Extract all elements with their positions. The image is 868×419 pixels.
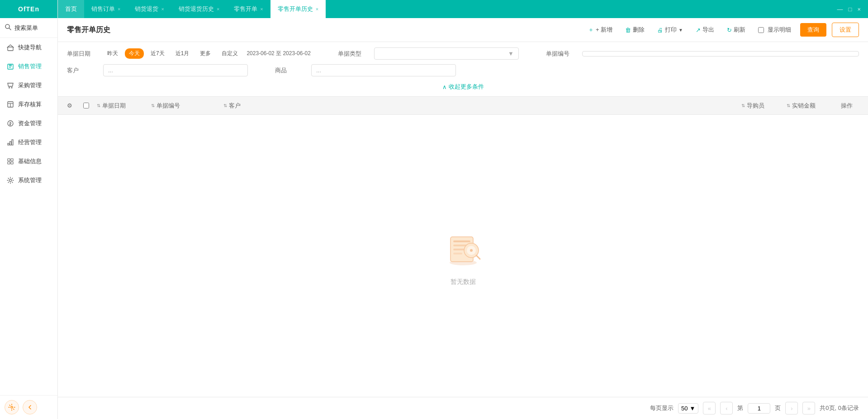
date-btn-yesterday[interactable]: 昨天 bbox=[103, 48, 122, 59]
th-no-sort-icon: ⇅ bbox=[151, 103, 155, 108]
svg-rect-17 bbox=[11, 159, 13, 161]
collapse-button[interactable]: ∧ 收起更多条件 bbox=[442, 83, 484, 91]
delete-button[interactable]: 🗑 删除 bbox=[621, 24, 648, 36]
select-all-checkbox[interactable] bbox=[83, 103, 89, 108]
table-select-all[interactable] bbox=[79, 103, 92, 108]
no-filter-label: 单据编号 bbox=[546, 50, 573, 58]
customer-filter-input[interactable]: ... bbox=[103, 64, 248, 76]
tab-home[interactable]: 首页 bbox=[58, 0, 84, 18]
th-action: 操作 bbox=[836, 102, 863, 110]
print-button[interactable]: 🖨 打印 ▼ bbox=[654, 24, 687, 36]
print-icon: 🖨 bbox=[657, 27, 663, 33]
th-customer[interactable]: ⇅ 客户 bbox=[219, 102, 737, 110]
tab-sales-return[interactable]: 销货退货 × bbox=[128, 0, 171, 18]
search-icon bbox=[5, 24, 12, 32]
th-guide[interactable]: ⇅ 导购员 bbox=[737, 102, 782, 110]
first-page-btn[interactable]: « bbox=[703, 402, 716, 414]
pagination: 每页显示 50 ▼ « ‹ 第 页 › » 共0页, 0条记录 bbox=[58, 397, 868, 419]
tab-retail-open[interactable]: 零售开单 × bbox=[227, 0, 270, 18]
display-detail-label: 显示明细 bbox=[768, 26, 791, 34]
tab-retail-open-history-close[interactable]: × bbox=[316, 6, 318, 12]
page-input[interactable] bbox=[748, 403, 770, 414]
prev-page-btn[interactable]: ‹ bbox=[720, 402, 733, 414]
customer-filter-dots: ... bbox=[108, 67, 113, 74]
operations-icon bbox=[6, 138, 14, 146]
per-page-arrow-icon: ▼ bbox=[689, 405, 695, 412]
add-button[interactable]: ＋ + 新增 bbox=[584, 24, 616, 36]
refresh-label: 刷新 bbox=[734, 26, 745, 34]
display-detail-checkbox[interactable] bbox=[758, 27, 764, 33]
table-header: ⚙ ⇅ 单据日期 ⇅ 单据编号 ⇅ 客户 ⇅ 导购员 bbox=[58, 97, 868, 115]
tab-home-label: 首页 bbox=[65, 5, 77, 13]
table-settings-icon[interactable]: ⚙ bbox=[62, 102, 79, 109]
finance-icon bbox=[6, 119, 14, 127]
empty-illustration bbox=[441, 226, 486, 271]
sidebar-search[interactable]: 搜索菜单 bbox=[0, 18, 57, 38]
tab-sales-return-close[interactable]: × bbox=[161, 6, 164, 12]
date-btn-more[interactable]: 更多 bbox=[196, 48, 215, 59]
sidebar-item-inventory[interactable]: 库存核算 bbox=[0, 95, 57, 114]
svg-rect-13 bbox=[8, 143, 9, 145]
goods-filter-input[interactable]: ... bbox=[311, 64, 456, 76]
date-btn-custom[interactable]: 自定义 bbox=[218, 48, 242, 59]
filter-row-2: 客户 ... 商品 ... bbox=[67, 64, 859, 76]
total-info: 共0页, 0条记录 bbox=[820, 404, 859, 412]
close-btn[interactable]: × bbox=[857, 6, 861, 13]
sidebar-item-sales-mgmt[interactable]: 销售管理 bbox=[0, 57, 57, 76]
add-icon: ＋ bbox=[588, 26, 594, 34]
th-date[interactable]: ⇅ 单据日期 bbox=[92, 102, 147, 110]
svg-point-8 bbox=[11, 87, 12, 88]
refresh-icon: ↻ bbox=[727, 27, 732, 33]
export-button[interactable]: ↗ 导出 bbox=[692, 24, 718, 36]
export-icon: ↗ bbox=[696, 27, 701, 33]
th-no[interactable]: ⇅ 单据编号 bbox=[147, 102, 219, 110]
date-btn-today[interactable]: 今天 bbox=[125, 48, 144, 59]
goods-filter-dots: ... bbox=[316, 67, 321, 74]
type-filter-label: 单据类型 bbox=[338, 50, 365, 58]
sidebar-item-finance[interactable]: 资金管理 bbox=[0, 114, 57, 133]
display-detail-button[interactable]: 显示明细 bbox=[754, 24, 795, 36]
sidebar-collapse-btn[interactable] bbox=[23, 400, 37, 414]
date-btn-last-month[interactable]: 近1月 bbox=[171, 48, 194, 59]
sidebar-item-operations[interactable]: 经营管理 bbox=[0, 133, 57, 152]
export-label: 导出 bbox=[702, 26, 714, 34]
query-button[interactable]: 查询 bbox=[800, 23, 826, 37]
settings-button[interactable]: 设置 bbox=[832, 23, 859, 37]
per-page-select[interactable]: 50 ▼ bbox=[678, 403, 698, 414]
svg-rect-14 bbox=[10, 141, 11, 145]
sidebar-menu: 快捷导航 销售管理 采购管理 bbox=[0, 38, 57, 395]
tab-sales-order[interactable]: 销售订单 × bbox=[84, 0, 128, 18]
query-label: 查询 bbox=[807, 26, 819, 34]
sidebar-item-purchase-mgmt[interactable]: 采购管理 bbox=[0, 76, 57, 95]
tab-sales-return-history[interactable]: 销货退货历史 × bbox=[171, 0, 227, 18]
refresh-button[interactable]: ↻ 刷新 bbox=[723, 24, 749, 36]
tab-sales-return-history-close[interactable]: × bbox=[217, 6, 219, 12]
type-filter-select[interactable]: ▼ bbox=[374, 47, 519, 60]
sidebar-bottom bbox=[0, 395, 57, 419]
sales-icon bbox=[6, 62, 14, 71]
sidebar-item-system-mgmt[interactable]: 系统管理 bbox=[0, 171, 57, 190]
date-btn-last7[interactable]: 近7天 bbox=[147, 48, 169, 59]
tab-retail-open-label: 零售开单 bbox=[234, 5, 257, 13]
restore-btn[interactable]: □ bbox=[849, 6, 852, 13]
svg-point-20 bbox=[9, 179, 12, 182]
per-page-label: 每页显示 bbox=[650, 404, 674, 412]
sidebar-item-quick-nav[interactable]: 快捷导航 bbox=[0, 38, 57, 57]
tab-retail-open-history[interactable]: 零售开单历史 × bbox=[270, 0, 326, 18]
toolbar-actions: ＋ + 新增 🗑 删除 🖨 打印 ▼ ↗ 导出 ↻ bbox=[584, 23, 859, 37]
th-date-label: 单据日期 bbox=[102, 102, 126, 110]
last-page-btn[interactable]: » bbox=[802, 402, 815, 414]
th-amount[interactable]: ⇅ 实销金额 bbox=[782, 102, 836, 110]
tab-sales-order-close[interactable]: × bbox=[118, 6, 120, 12]
filter-area: 单据日期 昨天 今天 近7天 近1月 更多 自定义 2023-06-02 至 2… bbox=[58, 42, 868, 97]
tab-retail-open-close[interactable]: × bbox=[260, 6, 263, 12]
sidebar-settings-btn[interactable] bbox=[5, 400, 19, 414]
print-label: 打印 bbox=[665, 26, 677, 34]
delete-label: 删除 bbox=[633, 26, 645, 34]
minimize-btn[interactable]: — bbox=[837, 6, 843, 13]
sidebar-item-label: 经营管理 bbox=[18, 138, 42, 146]
sidebar-item-label: 库存核算 bbox=[18, 100, 42, 108]
sidebar-item-basic-info[interactable]: 基础信息 bbox=[0, 152, 57, 171]
no-filter-input[interactable] bbox=[582, 51, 859, 56]
next-page-btn[interactable]: › bbox=[785, 402, 798, 414]
